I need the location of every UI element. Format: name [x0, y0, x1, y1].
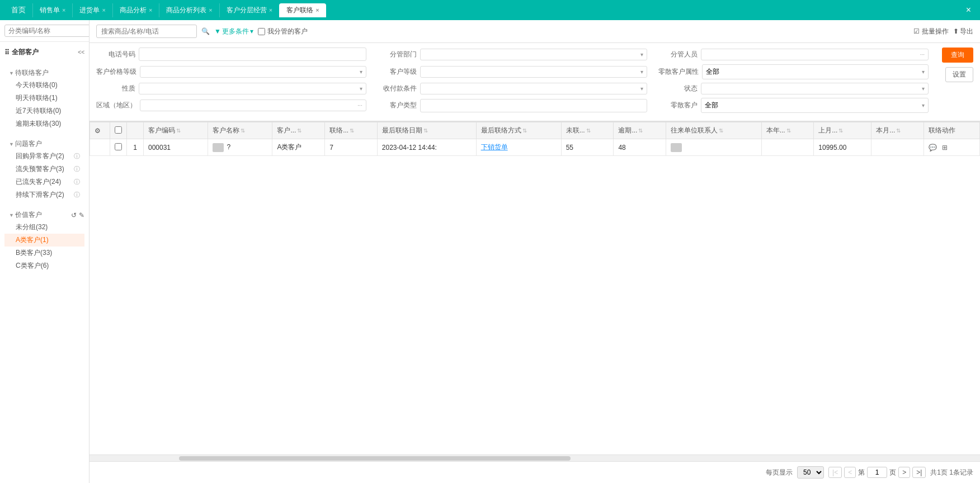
close-icon[interactable]: × — [315, 7, 319, 13]
batch-ops-button[interactable]: ☑ 批量操作 — [913, 27, 949, 36]
this-month-column-header[interactable]: 本月... ⇅ — [871, 122, 924, 139]
unit-contact-column-header[interactable]: 往来单位联系人 ⇅ — [666, 122, 762, 139]
sort-icon[interactable]: ⇅ — [786, 127, 791, 134]
row-last-way-cell[interactable]: 下销货单 — [476, 139, 561, 156]
sort-icon[interactable]: ⇅ — [350, 127, 354, 134]
settings-column-header[interactable]: ⚙ — [90, 122, 110, 139]
row-checkbox-cell[interactable] — [110, 139, 127, 156]
problem-customers-group[interactable]: ▼ 问题客户 — [4, 137, 84, 150]
home-button[interactable]: 首页 — [4, 3, 32, 17]
search-input[interactable] — [96, 25, 197, 38]
close-icon[interactable]: × — [62, 7, 65, 13]
overdue-column-header[interactable]: 逾期... ⇅ — [614, 122, 666, 139]
sidebar-item-churned[interactable]: 已流失客户(24) ⓘ — [4, 176, 84, 188]
my-customers-checkbox[interactable] — [258, 28, 265, 35]
code-column-header[interactable]: 客户编码 ⇅ — [144, 122, 208, 139]
export-button[interactable]: ⬆ 导出 — [953, 27, 973, 36]
name-column-header[interactable]: 客户名称 ⇅ — [208, 122, 272, 139]
no-contact-column-header[interactable]: 未联... ⇅ — [561, 122, 614, 139]
last-month-column-header[interactable]: 上月... ⇅ — [814, 122, 871, 139]
my-customers-checkbox-label[interactable]: 我分管的客户 — [258, 27, 308, 36]
next-page-button[interactable]: > — [898, 467, 910, 478]
sidebar-item-overdue[interactable]: 逾期未联络(30) — [4, 117, 84, 130]
horizontal-scrollbar[interactable] — [89, 454, 980, 461]
sidebar-search-input[interactable] — [4, 25, 89, 37]
contact-column-header[interactable]: 联络... ⇅ — [325, 122, 378, 139]
scattered-label: 零散客户 — [658, 101, 698, 110]
close-icon[interactable]: × — [209, 7, 212, 13]
customer-type-input[interactable] — [420, 99, 648, 112]
pending-contact-group[interactable]: ▼ 待联络客户 — [4, 66, 84, 79]
person-select[interactable]: ··· — [701, 49, 929, 60]
sort-icon[interactable]: ⇅ — [423, 127, 428, 134]
region-select[interactable]: ··· — [140, 100, 366, 111]
sidebar-item-churn-warning[interactable]: 流失预警客户(3) ⓘ — [4, 163, 84, 176]
sort-icon[interactable]: ⇅ — [241, 127, 245, 134]
scrollbar-thumb[interactable] — [179, 456, 571, 461]
price-grade-select[interactable]: ▾ — [140, 66, 366, 78]
page-input[interactable] — [867, 467, 887, 478]
sort-icon[interactable]: ⇅ — [522, 127, 527, 134]
sidebar-item-repurchase-abnormal[interactable]: 回购异常客户(2) ⓘ — [4, 150, 84, 163]
sidebar-all-customers-title[interactable]: ⠿ 全部客户 << — [4, 45, 84, 59]
region-label: 区域（地区） — [96, 101, 136, 110]
close-icon[interactable]: × — [102, 7, 105, 13]
tab-customer-segment[interactable]: 客户分层经营 × — [219, 3, 279, 17]
phone-input[interactable] — [139, 48, 366, 61]
more-filters-button[interactable]: ▼ 更多条件 ▾ — [214, 27, 253, 36]
tab-sales-order[interactable]: 销售单 × — [32, 3, 72, 17]
row-checkbox[interactable] — [115, 143, 122, 150]
collapse-icon[interactable]: << — [78, 49, 84, 55]
status-select[interactable]: ▾ — [701, 83, 929, 94]
this-year-column-header[interactable]: 本年... ⇅ — [761, 122, 814, 139]
tab-product-analysis-list[interactable]: 商品分析列表 × — [159, 3, 219, 17]
grid-icon[interactable]: ⊞ — [942, 144, 948, 151]
last-page-button[interactable]: >| — [912, 467, 926, 478]
sort-icon[interactable]: ⇅ — [896, 127, 901, 134]
sort-icon[interactable]: ⇅ — [719, 127, 723, 134]
sidebar-item-tomorrow[interactable]: 明天待联络(1) — [4, 92, 84, 105]
edit-icon[interactable]: ✎ — [79, 211, 84, 219]
tab-product-analysis[interactable]: 商品分析 × — [112, 3, 159, 17]
sidebar-item-b-class[interactable]: B类客户(33) — [4, 247, 84, 259]
sort-icon[interactable]: ⇅ — [638, 127, 643, 134]
query-button[interactable]: 查询 — [942, 48, 973, 63]
sort-icon[interactable]: ⇅ — [838, 127, 843, 134]
gear-icon[interactable]: ⚙ — [95, 127, 101, 135]
value-customers-group[interactable]: ▼ 价值客户 ↺ ✎ — [4, 208, 84, 221]
prev-page-button[interactable]: < — [844, 467, 856, 478]
filter-dept: 分管部门 ▾ — [378, 49, 648, 60]
payment-select[interactable]: ▾ — [420, 83, 648, 94]
customer-grade-select[interactable]: ▾ — [420, 66, 648, 78]
close-icon[interactable]: × — [149, 7, 152, 13]
type-column-header[interactable]: 客户... ⇅ — [272, 122, 325, 139]
first-page-button[interactable]: |< — [828, 467, 842, 478]
sidebar-item-unclassified[interactable]: 未分组(32) — [4, 221, 84, 234]
sidebar-item-a-class[interactable]: A类客户(1) — [4, 234, 84, 247]
checkbox-column-header[interactable] — [110, 122, 127, 139]
last-way-link[interactable]: 下销货单 — [481, 143, 508, 151]
page-size-select[interactable]: 50 — [797, 466, 824, 479]
last-way-column-header[interactable]: 最后联络方式 ⇅ — [476, 122, 561, 139]
tab-customer-contact[interactable]: 客户联络 × — [279, 3, 326, 17]
chat-icon[interactable]: 💬 — [929, 144, 937, 151]
dept-select[interactable]: ▾ — [420, 49, 648, 60]
sidebar-item-declining[interactable]: 持续下滑客户(2) ⓘ — [4, 188, 84, 201]
sidebar-item-7days[interactable]: 近7天待联络(0) — [4, 105, 84, 117]
sort-icon[interactable]: ⇅ — [176, 127, 181, 134]
sort-icon[interactable]: ⇅ — [297, 127, 301, 134]
close-window-button[interactable]: × — [962, 5, 976, 15]
scattered-attr-select[interactable]: 全部 ▾ — [702, 64, 929, 79]
nature-select[interactable]: ▾ — [139, 83, 366, 94]
last-date-column-header[interactable]: 最后联络日期 ⇅ — [377, 122, 476, 139]
sidebar-item-c-class[interactable]: C类客户(6) — [4, 259, 84, 272]
sidebar-item-today[interactable]: 今天待联络(0) — [4, 79, 84, 92]
sort-icon[interactable]: ⇅ — [586, 127, 591, 134]
settings-button[interactable]: 设置 — [945, 67, 973, 82]
select-all-checkbox[interactable] — [115, 126, 122, 134]
search-button[interactable]: 🔍 — [201, 27, 210, 35]
tab-purchase-order[interactable]: 进货单 × — [72, 3, 112, 17]
refresh-icon[interactable]: ↺ — [71, 211, 77, 219]
scattered-select[interactable]: 全部 ▾ — [701, 98, 929, 113]
close-icon[interactable]: × — [269, 7, 272, 13]
